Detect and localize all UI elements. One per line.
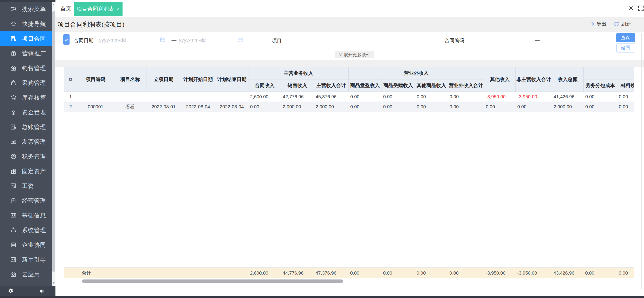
- quick-nav-icon: [10, 20, 17, 27]
- title-bar: 项目合同利润表(按项目) 导出 刷新: [56, 17, 644, 32]
- drill-link[interactable]: 0.00: [518, 104, 526, 109]
- export-icon: [589, 21, 595, 27]
- drill-link[interactable]: 0.00: [417, 94, 426, 99]
- scroll-down-icon[interactable]: ▼: [52, 281, 56, 285]
- sidebar-scrollbar-thumb[interactable]: [52, 11, 55, 272]
- sidebar-item-purchase[interactable]: 采购管理: [0, 75, 52, 90]
- table-row: 1 2,600.00 42,776.96 45,376.96 0.00 0.00…: [64, 92, 634, 102]
- drill-link[interactable]: 42,776.96: [283, 94, 304, 99]
- fullscreen-icon[interactable]: [637, 5, 644, 12]
- sidebar-scrollbar[interactable]: ▲ ▼: [52, 2, 56, 286]
- row-index: 2: [64, 102, 77, 112]
- drill-link[interactable]: 45,376.96: [316, 94, 336, 99]
- scroll-up-icon[interactable]: ▲: [52, 3, 56, 6]
- bottom-edge-strip: [0, 296, 644, 298]
- sidebar-item-quick-nav[interactable]: 快捷导航: [0, 16, 52, 31]
- total-non-operating: 0.00: [448, 268, 484, 278]
- drill-link[interactable]: -3,950.00: [518, 94, 537, 99]
- system-icon: [10, 227, 17, 234]
- drill-link[interactable]: 0.00: [350, 94, 360, 99]
- drill-link[interactable]: 0.00: [250, 104, 260, 109]
- project-picker-dots-icon[interactable]: ···: [418, 37, 424, 43]
- column-header-project-name: 项目名称: [114, 67, 146, 92]
- sidebar-item-newbie-guide[interactable]: 新手引导: [0, 252, 52, 267]
- column-header-other-income: 其他收入: [484, 67, 516, 92]
- project-contract-icon: [10, 35, 17, 42]
- window-close-button[interactable]: ×: [626, 3, 636, 14]
- date-range-dash: —: [172, 37, 176, 43]
- calendar-icon[interactable]: [160, 37, 166, 43]
- column-group-non-operating-income: 营业外收入: [348, 67, 484, 79]
- drill-link[interactable]: 2,000.00: [283, 104, 301, 109]
- contract-date-end-input[interactable]: [178, 35, 245, 45]
- drill-link[interactable]: 0.00: [586, 104, 594, 109]
- drill-link[interactable]: 0.00: [417, 104, 426, 109]
- drill-link[interactable]: 0.00: [619, 94, 628, 99]
- column-settings-header[interactable]: [64, 67, 77, 92]
- sidebar-item-cloud-apps[interactable]: 云应用: [0, 267, 52, 282]
- sidebar-item-funds[interactable]: 资金管理: [0, 105, 52, 120]
- drill-link[interactable]: 0.00: [450, 104, 459, 109]
- sidebar-item-invoice[interactable]: 发票管理: [0, 134, 52, 149]
- contract-code-end-input[interactable]: [542, 35, 592, 45]
- project-code-link[interactable]: 000001: [88, 104, 103, 109]
- drill-link[interactable]: 0.00: [619, 104, 628, 109]
- refresh-button[interactable]: 刷新: [614, 21, 631, 27]
- column-header-income-total: 收入总额: [552, 67, 584, 92]
- sidebar-item-marketing[interactable]: 营销推广: [0, 46, 52, 61]
- tab-home[interactable]: 首页: [60, 0, 71, 17]
- drill-link[interactable]: 0.00: [586, 94, 594, 99]
- collapse-sidebar-icon[interactable]: [35, 288, 48, 295]
- vertical-scrollbar-track[interactable]: [641, 33, 642, 289]
- drill-link[interactable]: 2,600.00: [250, 94, 268, 99]
- calendar-icon[interactable]: [237, 37, 243, 43]
- sidebar-item-basic-info[interactable]: 基础信息: [0, 208, 52, 223]
- sidebar-item-inventory[interactable]: 库存核算: [0, 90, 52, 105]
- sidebar-item-project-contract[interactable]: 项目合同: [0, 31, 52, 46]
- column-header-plan-end: 计划结束日期: [215, 67, 248, 92]
- expand-filter-sidebar-button[interactable]: »: [63, 34, 70, 45]
- sidebar-item-operations[interactable]: 经营管理: [0, 193, 52, 208]
- sidebar-item-fixed-assets[interactable]: 固定资产: [0, 164, 52, 179]
- basic-info-icon: [10, 212, 17, 219]
- sidebar-item-system[interactable]: 系统管理: [0, 223, 52, 238]
- drill-link[interactable]: 0.00: [383, 94, 392, 99]
- project-label: 项目: [272, 37, 282, 44]
- export-button[interactable]: 导出: [589, 21, 606, 27]
- settings-gear-icon[interactable]: [4, 288, 18, 295]
- drill-link[interactable]: 0.00: [350, 104, 360, 109]
- drill-link[interactable]: -3,950.00: [486, 94, 506, 99]
- refresh-icon: [614, 21, 620, 27]
- chevron-double-down-icon: [338, 53, 342, 57]
- horizontal-scrollbar-thumb[interactable]: [82, 280, 343, 283]
- contract-date-start-input[interactable]: [98, 35, 168, 45]
- drill-link[interactable]: 0.00: [450, 94, 459, 99]
- drill-link[interactable]: 0.00: [486, 104, 495, 109]
- fixed-assets-icon: [10, 168, 17, 175]
- column-header-main-income-total: 主营收入合计: [314, 79, 348, 92]
- sidebar-bottom-bar: [0, 286, 56, 296]
- drill-link[interactable]: 0.00: [383, 104, 392, 109]
- search-menu-icon: [10, 5, 17, 13]
- drill-link[interactable]: 41,426.96: [554, 94, 574, 99]
- tab-active-report[interactable]: 项目合同利润表 ×: [74, 2, 122, 16]
- project-input[interactable]: [288, 35, 427, 45]
- tab-close-icon[interactable]: ×: [117, 6, 120, 12]
- sidebar-item-ledger[interactable]: 总账管理: [0, 120, 52, 134]
- settings-button[interactable]: 设置: [616, 43, 635, 52]
- column-header-non-operating-total: 营业外收入合计: [448, 79, 484, 92]
- sidebar-item-tax[interactable]: 税务管理: [0, 149, 52, 164]
- sidebar-item-search-menu[interactable]: 搜索菜单: [0, 2, 52, 16]
- column-header-non-main-total: 非主营收入合计: [516, 67, 552, 92]
- drill-link[interactable]: 2,000.00: [554, 104, 572, 109]
- contract-code-start-input[interactable]: [468, 35, 516, 45]
- drill-link[interactable]: 2,000.00: [316, 104, 334, 109]
- tab-bar: 首页 项目合同利润表 × ×: [56, 0, 644, 17]
- expand-more-conditions-button[interactable]: 展开更多条件: [335, 51, 374, 58]
- search-button[interactable]: 查询: [616, 33, 635, 42]
- sidebar-item-payroll[interactable]: 工资: [0, 179, 52, 193]
- sidebar-item-sales[interactable]: 销售管理: [0, 61, 52, 75]
- sidebar-item-collaboration[interactable]: 企业协同: [0, 238, 52, 252]
- inventory-icon: [10, 94, 17, 101]
- table-gear-icon: [68, 77, 73, 82]
